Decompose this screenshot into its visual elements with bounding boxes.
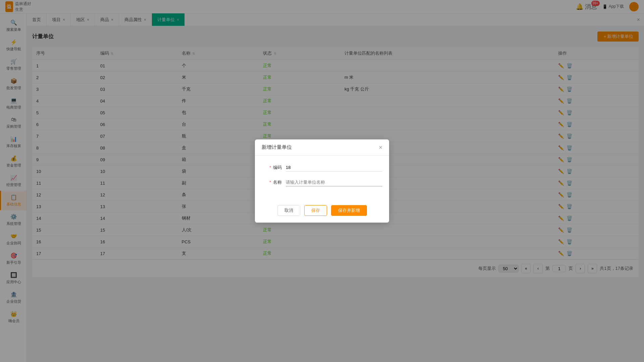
required-indicator: * (269, 180, 271, 185)
modal-title: 新增计量单位 (262, 144, 292, 150)
modal-footer: 取消 保存 保存并新增 (255, 201, 389, 223)
cancel-button[interactable]: 取消 (277, 205, 300, 216)
save-and-new-button[interactable]: 保存并新增 (331, 205, 367, 216)
required-indicator: * (269, 165, 271, 170)
save-button[interactable]: 保存 (304, 205, 327, 216)
code-input[interactable] (286, 164, 382, 172)
modal-close-button[interactable]: × (379, 144, 382, 150)
modal-overlay[interactable]: 新增计量单位 × * 编码 * 名称 取消 保存 保存并新增 (0, 0, 644, 362)
form-row-code: * 编码 (262, 164, 382, 172)
name-label: * 名称 (262, 179, 282, 185)
modal-body: * 编码 * 名称 (255, 156, 389, 201)
add-unit-modal: 新增计量单位 × * 编码 * 名称 取消 保存 保存并新增 (255, 139, 389, 223)
name-input[interactable] (286, 178, 382, 186)
form-row-name: * 名称 (262, 178, 382, 186)
modal-header: 新增计量单位 × (255, 139, 389, 156)
code-label: * 编码 (262, 165, 282, 171)
